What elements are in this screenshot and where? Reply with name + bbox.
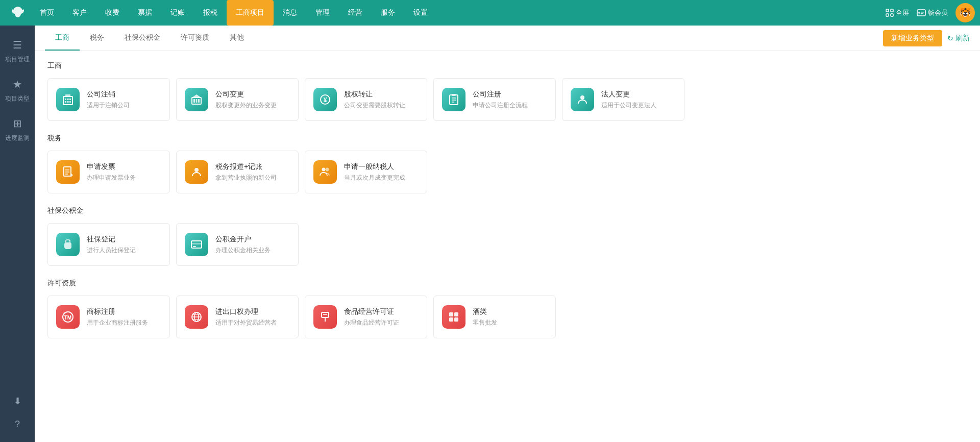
- svg-point-33: [194, 168, 199, 172]
- tab-xuke[interactable]: 许可资质: [170, 26, 219, 51]
- svg-rect-0: [886, 9, 889, 12]
- service-card-legal-change[interactable]: 法人变更适用于公司变更法人: [562, 78, 684, 121]
- sidebar-bottom-download[interactable]: ⬇: [0, 391, 35, 411]
- refresh-button[interactable]: ↻ 刷新: [947, 34, 970, 43]
- card-title-trademark: 商标注册: [87, 307, 161, 316]
- card-title-general-taxpayer: 申请一般纳税人: [344, 162, 419, 171]
- service-card-trademark[interactable]: TM商标注册用于企业商标注册服务: [47, 296, 170, 338]
- card-info-food-license: 食品经营许可证办理食品经营许可证: [344, 307, 419, 327]
- card-title-tax-report: 税务报道+记账: [215, 162, 290, 171]
- card-title-company-change: 公司变更: [215, 90, 290, 99]
- svg-rect-3: [891, 14, 893, 16]
- service-card-provident-fund[interactable]: 公积金开户办理公积金相关业务: [176, 223, 299, 266]
- card-icon-tax-report: [185, 160, 208, 184]
- service-card-company-cancel[interactable]: 公司注销适用于注销公司: [47, 78, 170, 121]
- card-desc-import-export: 适用于对外贸易经营者: [215, 318, 290, 327]
- service-card-tax-report[interactable]: 税务报道+记账拿到营业执照的新公司: [176, 151, 299, 193]
- sidebar-bottom-help[interactable]: ?: [0, 414, 35, 434]
- service-card-alcohol[interactable]: 酒类零售批发: [433, 296, 556, 338]
- svg-rect-23: [452, 94, 456, 96]
- svg-rect-49: [449, 312, 453, 316]
- card-title-company-register: 公司注册: [473, 90, 547, 99]
- card-info-tax-report: 税务报道+记账拿到营业执照的新公司: [215, 162, 290, 182]
- section-gongshang-section: 工商公司注销适用于注销公司公司变更股权变更外的业务变更¥股权转让公司变更需要股权…: [47, 61, 967, 121]
- card-icon-provident-fund: [185, 233, 208, 256]
- service-card-company-register[interactable]: 公司注册申请公司注册全流程: [433, 78, 556, 121]
- svg-rect-1: [891, 9, 893, 12]
- nav-item-settings[interactable]: 设置: [404, 0, 437, 26]
- nav-item-tax[interactable]: 报税: [194, 0, 227, 26]
- card-info-trademark: 商标注册用于企业商标注册服务: [87, 307, 161, 327]
- nav-item-service[interactable]: 服务: [372, 0, 404, 26]
- main-layout: ☰ 项目管理 ★ 项目类型 ⊞ 进度监测 ⬇? 工商税务社保公积金许可资质其他 …: [0, 26, 980, 442]
- tab-gongshang[interactable]: 工商: [45, 26, 80, 51]
- service-card-social-insurance[interactable]: 社保登记进行人员社保登记: [47, 223, 170, 266]
- card-icon-trademark: TM: [56, 305, 80, 329]
- section-title-shebao-section: 社保公积金: [47, 206, 967, 215]
- card-icon-equity-transfer: ¥: [313, 88, 337, 111]
- fullscreen-label: 全屏: [896, 8, 909, 17]
- sidebar-icon-project-mgmt: ☰: [9, 37, 26, 53]
- svg-rect-15: [69, 101, 71, 103]
- nav-item-accounting[interactable]: 记账: [161, 0, 194, 26]
- tab-qita[interactable]: 其他: [219, 26, 254, 51]
- nav-item-fee[interactable]: 收费: [96, 0, 129, 26]
- nav-item-manage[interactable]: 管理: [306, 0, 339, 26]
- card-desc-company-change: 股权变更外的业务变更: [215, 101, 290, 110]
- svg-rect-28: [64, 167, 71, 176]
- card-info-equity-transfer: 股权转让公司变更需要股权转让: [344, 90, 419, 110]
- card-icon-company-register: [442, 88, 465, 111]
- section-title-xuke-section: 许可资质: [47, 279, 967, 288]
- svg-point-27: [580, 95, 584, 100]
- card-icon-import-export: [185, 305, 208, 329]
- card-title-company-cancel: 公司注销: [87, 90, 161, 99]
- service-card-apply-invoice[interactable]: 申请发票办理申请发票业务: [47, 151, 170, 193]
- card-desc-legal-change: 适用于公司变更法人: [601, 101, 676, 110]
- section-title-gongshang-section: 工商: [47, 61, 967, 70]
- card-title-food-license: 食品经营许可证: [344, 307, 419, 316]
- card-icon-alcohol: [442, 305, 465, 329]
- nav-item-home[interactable]: 首页: [31, 0, 63, 26]
- service-card-equity-transfer[interactable]: ¥股权转让公司变更需要股权转让: [305, 78, 427, 121]
- svg-rect-18: [196, 99, 198, 103]
- service-card-import-export[interactable]: 进出口权办理适用于对外贸易经营者: [176, 296, 299, 338]
- content-area: 工商税务社保公积金许可资质其他 新增业务类型 ↻ 刷新 工商公司注销适用于注销公…: [35, 26, 980, 442]
- nav-item-biz[interactable]: 工商项目: [227, 0, 274, 26]
- card-icon-food-license: [313, 305, 337, 329]
- vip-button[interactable]: 畅会员: [917, 8, 948, 17]
- card-icon-general-taxpayer: [313, 160, 337, 184]
- refresh-icon: ↻: [947, 34, 953, 42]
- svg-marker-32: [71, 173, 73, 177]
- nav-item-client[interactable]: 客户: [63, 0, 96, 26]
- card-title-social-insurance: 社保登记: [87, 235, 161, 244]
- sidebar-item-progress[interactable]: ⊞ 进度监测: [0, 109, 35, 149]
- card-info-provident-fund: 公积金开户办理公积金相关业务: [215, 235, 290, 255]
- sidebar-label-project-mgmt: 项目管理: [5, 55, 30, 64]
- svg-rect-9: [65, 94, 70, 96]
- svg-text:TM: TM: [64, 315, 71, 321]
- mascot-avatar[interactable]: 🐯: [955, 3, 975, 22]
- sidebar-item-project-mgmt[interactable]: ☰ 项目管理: [0, 31, 35, 70]
- top-nav-right: 全屏 畅会员 🐯: [886, 3, 975, 22]
- nav-item-invoice[interactable]: 票据: [129, 0, 161, 26]
- svg-rect-13: [65, 101, 66, 103]
- svg-point-34: [322, 168, 326, 171]
- tab-shebao[interactable]: 社保公积金: [114, 26, 170, 51]
- sidebar-item-project-type[interactable]: ★ 项目类型: [0, 70, 35, 109]
- card-icon-company-cancel: [56, 88, 80, 111]
- tab-shuiwu[interactable]: 税务: [80, 26, 114, 51]
- fullscreen-button[interactable]: 全屏: [886, 8, 909, 17]
- card-icon-social-insurance: [56, 233, 80, 256]
- svg-rect-17: [193, 99, 195, 103]
- service-card-company-change[interactable]: 公司变更股权变更外的业务变更: [176, 78, 299, 121]
- card-info-alcohol: 酒类零售批发: [473, 307, 547, 327]
- service-card-general-taxpayer[interactable]: 申请一般纳税人当月或次月成变更完成: [305, 151, 427, 193]
- card-title-provident-fund: 公积金开户: [215, 235, 290, 244]
- add-type-button[interactable]: 新增业务类型: [883, 30, 942, 46]
- service-card-food-license[interactable]: 食品经营许可证办理食品经营许可证: [305, 296, 427, 338]
- svg-rect-14: [67, 101, 69, 103]
- sidebar-icon-project-type: ★: [9, 76, 26, 92]
- nav-item-operation[interactable]: 经营: [339, 0, 372, 26]
- nav-item-message[interactable]: 消息: [274, 0, 306, 26]
- svg-point-35: [326, 168, 329, 171]
